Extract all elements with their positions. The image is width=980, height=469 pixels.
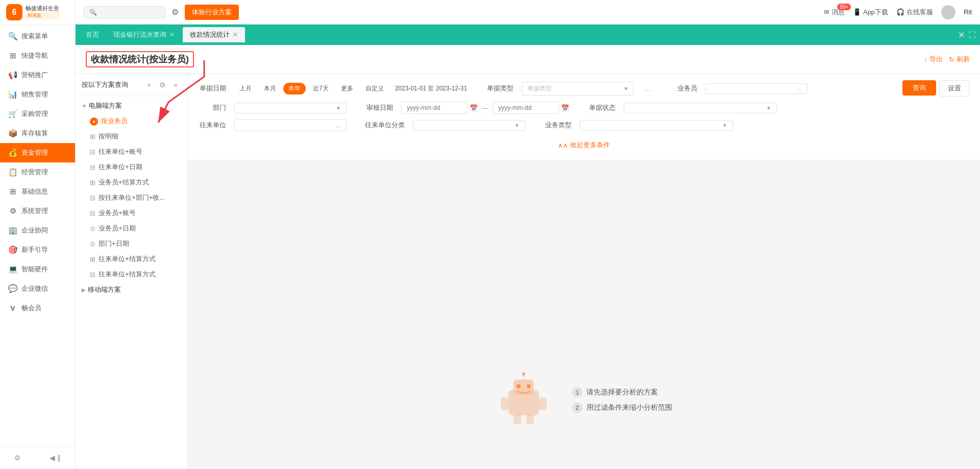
collapse-sidebar-btn[interactable]: ◀ ‖ <box>44 451 66 465</box>
logo-icon: 6 <box>6 4 22 20</box>
sidebar-item-inventory[interactable]: 📦 库存核算 <box>0 124 75 143</box>
message-btn[interactable]: ✉ 消息 99+ <box>824 8 845 17</box>
audit-from-calendar-icon[interactable]: 📅 <box>470 104 478 112</box>
svg-point-3 <box>527 384 531 388</box>
doc-type-more-icon[interactable]: … <box>644 85 651 92</box>
sidebar-item-system[interactable]: ⚙ 系统管理 <box>0 201 75 221</box>
sidebar-item-marketing[interactable]: 📢 营销推广 <box>0 65 75 85</box>
query-action-buttons: 查询 设置 <box>902 80 970 97</box>
sidebar-item-smart-hw[interactable]: 💻 智能硬件 <box>0 260 75 279</box>
counterpart-cat-select[interactable]: ▼ <box>413 120 525 131</box>
doc-type-label: 单据类型 <box>485 84 513 93</box>
counterpart-select[interactable]: ... <box>234 119 347 131</box>
tab-home[interactable]: 首页 <box>80 27 105 42</box>
topbar-gear-icon[interactable]: ⚙ <box>172 7 179 17</box>
topbar-search-box[interactable]: 🔍 <box>84 6 165 18</box>
online-service-btn[interactable]: 🎧 在线客服 <box>896 8 933 17</box>
tab-receipts[interactable]: 收款情况统计 ✕ <box>183 27 245 42</box>
pc-category[interactable]: ▼ 电脑端方案 ● 按业务员 ⊞ <box>76 98 187 282</box>
topbar-right: ✉ 消息 99+ 📱 App下载 🎧 在线客服 Rit <box>824 5 972 19</box>
scheme-item-salesman[interactable]: ● 按业务员 <box>80 113 187 129</box>
settings-btn-filter[interactable]: 设置 <box>939 80 970 97</box>
tabbar-expand-btn[interactable]: ⛶ <box>969 31 976 39</box>
tab-cashflow[interactable]: 现金银行流水查询 ✕ <box>106 27 182 42</box>
mobile-arrow-icon: ▶ <box>82 287 86 293</box>
salesman-settle-icon: ⊞ <box>90 179 95 186</box>
scheme-item-detail[interactable]: ⊞ 按明细 <box>80 129 187 144</box>
date-tab-custom[interactable]: 自定义 <box>360 83 389 95</box>
tab-cashflow-label: 现金银行流水查询 <box>113 30 166 39</box>
scheme-item-dept-date[interactable]: ⊙ 部门+日期 <box>80 236 187 251</box>
query-btn[interactable]: 查询 <box>902 80 936 96</box>
scheme-settings-btn[interactable]: ⚙ <box>157 79 168 90</box>
audit-date-group: 📅 — 📅 <box>401 102 569 114</box>
collapse-more-btn[interactable]: ∧∧ 收起更多条件 <box>198 136 970 154</box>
app-download-btn[interactable]: 📱 App下载 <box>853 8 888 17</box>
sidebar-item-finance[interactable]: 💰 资金管理 <box>0 143 75 162</box>
date-tab-last-month[interactable]: 上月 <box>234 83 257 95</box>
sidebar-item-sales[interactable]: 📊 销售管理 <box>0 85 75 104</box>
scheme-item-salesman-date[interactable]: ⊙ 业务员+日期 <box>80 221 187 236</box>
date-tab-7days[interactable]: 近7天 <box>308 83 334 95</box>
doc-type-select[interactable]: 单据类型 ▼ <box>522 82 634 96</box>
scheme-item-salesman-settle[interactable]: ⊞ 业务员+结算方式 <box>80 175 187 190</box>
scheme-item-unit-settle2[interactable]: ⊟ 往来单位+结算方式 <box>80 267 187 282</box>
scheme-item-unit-dept[interactable]: ⊟ 按往来单位+部门+收... <box>80 190 187 205</box>
scheme-dept-date-label: 部门+日期 <box>99 239 129 248</box>
audit-date-to-input[interactable] <box>493 102 559 114</box>
biz-type-arrow-icon: ▼ <box>722 123 727 128</box>
sidebar-item-basic-info[interactable]: ⊞ 基础信息 <box>0 182 75 201</box>
sidebar-item-quick-nav[interactable]: ⊞ 快捷导航 <box>0 46 75 65</box>
sidebar-item-wechat[interactable]: 💬 企业微信 <box>0 279 75 298</box>
doc-status-select[interactable]: ▼ <box>624 103 777 113</box>
tab-cashflow-close[interactable]: ✕ <box>169 31 175 38</box>
topbar-search-icon: 🔍 <box>89 9 97 16</box>
svg-point-2 <box>517 384 521 388</box>
user-avatar[interactable] <box>941 5 955 19</box>
logo-area: 6 畅捷通好生意 标准版 <box>0 0 75 25</box>
settings-bottom-btn[interactable]: ⚙ <box>9 451 26 465</box>
detail-scheme-icon: ⊞ <box>90 133 95 140</box>
sidebar-item-search-menu[interactable]: 🔍 搜索菜单 <box>0 27 75 46</box>
scheme-item-salesman-account[interactable]: ⊟ 业务员+账号 <box>80 205 187 221</box>
sidebar-item-guide[interactable]: 🎯 新手引导 <box>0 240 75 260</box>
quick-nav-icon: ⊞ <box>8 51 17 60</box>
sidebar-item-enterprise[interactable]: 🏢 企业协同 <box>0 221 75 240</box>
date-tab-more[interactable]: 更多 <box>336 83 358 95</box>
export-btn[interactable]: ↑ 导出 <box>924 55 943 64</box>
tabbar-close-all-btn[interactable]: ✕ <box>958 30 965 40</box>
sidebar-label-marketing: 营销推广 <box>21 71 48 80</box>
sidebar-bottom: ⚙ ◀ ‖ <box>0 446 75 469</box>
sidebar-item-purchase[interactable]: 🛒 采购管理 <box>0 104 75 124</box>
filter-row-3: 往来单位 ... 往来单位分类 ▼ 业务类型 <box>198 119 970 131</box>
date-tab-this-month[interactable]: 本月 <box>259 83 281 95</box>
doc-status-label: 单据状态 <box>587 103 616 112</box>
step-2-num: 2 <box>572 403 582 413</box>
sidebar-label-guide: 新手引导 <box>21 245 48 254</box>
audit-to-calendar-icon[interactable]: 📅 <box>561 104 569 112</box>
smart-hw-icon: 💻 <box>8 265 17 274</box>
biz-type-select[interactable]: ▼ <box>580 120 733 131</box>
refresh-btn[interactable]: ↻ 刷新 <box>949 55 970 64</box>
mobile-category[interactable]: ▶ 移动端方案 <box>76 282 187 297</box>
logo-text: 畅捷通好生意 <box>26 5 59 12</box>
tab-receipts-close[interactable]: ✕ <box>233 31 238 38</box>
counterpart-more-icon[interactable]: ... <box>336 122 341 129</box>
sidebar-item-operations[interactable]: 📋 经营管理 <box>0 162 75 182</box>
trial-button[interactable]: 体验行业方案 <box>185 5 239 20</box>
user-name: Rit <box>964 8 972 16</box>
date-tab-this-year[interactable]: 本年 <box>283 83 306 95</box>
collapse-up-icon: ∧∧ <box>558 142 568 149</box>
sidebar-label-smart-hw: 智能硬件 <box>21 265 48 274</box>
scheme-item-unit-settle1[interactable]: ⊞ 往来单位+结算方式 <box>80 251 187 267</box>
collapse-panel-btn[interactable]: « <box>170 79 181 90</box>
dept-select[interactable]: ▼ <box>234 103 347 113</box>
audit-date-from-input[interactable] <box>401 102 468 114</box>
add-scheme-btn[interactable]: + <box>143 79 155 90</box>
sidebar-label-search-menu: 搜索菜单 <box>21 32 48 41</box>
sidebar-item-member[interactable]: V 畅会员 <box>0 298 75 318</box>
scheme-item-unit-date[interactable]: ⊟ 往来单位+日期 <box>80 159 187 175</box>
scheme-item-unit-account[interactable]: ⊟ 往来单位+账号 <box>80 144 187 159</box>
unit-settle2-icon: ⊟ <box>90 271 95 278</box>
salesman-select[interactable]: … <box>705 83 807 94</box>
